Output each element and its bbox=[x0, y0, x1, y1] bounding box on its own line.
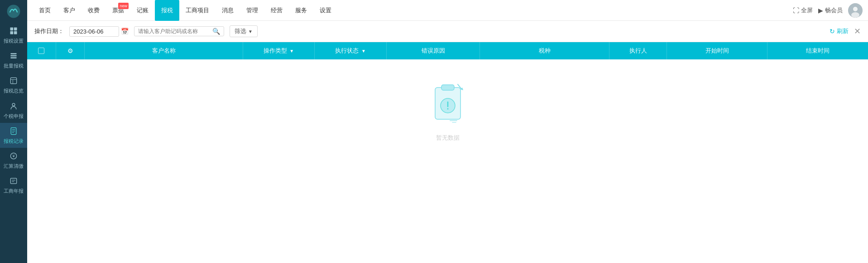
refresh-button[interactable]: ↻ 刷新 bbox=[830, 27, 849, 35]
svg-rect-8 bbox=[10, 78, 16, 84]
page-content: 操作日期： 📅 🔍 筛选 ▼ ↻ 刷新 bbox=[27, 21, 868, 263]
search-input[interactable] bbox=[138, 28, 211, 34]
svg-text:¥: ¥ bbox=[12, 154, 15, 158]
member-button[interactable]: ▶ 畅会员 bbox=[818, 6, 843, 15]
fullscreen-icon: ⛶ bbox=[793, 7, 799, 14]
optype-filter-icon[interactable]: ▼ bbox=[289, 49, 294, 54]
sidebar-item-batch-tax-label: 批量报税 bbox=[4, 63, 24, 69]
topnav-item-settings[interactable]: 设置 bbox=[313, 0, 338, 21]
th-customer-name: 客户名称 bbox=[85, 42, 243, 59]
content: 操作日期： 📅 🔍 筛选 ▼ ↻ 刷新 bbox=[27, 21, 868, 263]
topnav-item-customer[interactable]: 客户 bbox=[57, 0, 82, 21]
fullscreen-button[interactable]: ⛶ 全屏 bbox=[793, 6, 813, 15]
empty-state: 暂无数据 bbox=[27, 59, 868, 151]
topnav-item-finance[interactable]: 经营 bbox=[264, 0, 289, 21]
svg-rect-3 bbox=[10, 31, 14, 34]
th-checkbox[interactable] bbox=[27, 42, 56, 59]
sidebar-item-settlement[interactable]: ¥ 汇算清缴 bbox=[0, 148, 27, 173]
toolbar-right: ↻ 刷新 ✕ bbox=[830, 27, 861, 35]
empty-text: 暂无数据 bbox=[436, 134, 460, 142]
table-header-row: ⚙ 客户名称 操作类型 ▼ 执行状态 ▼ bbox=[27, 42, 868, 59]
svg-rect-5 bbox=[10, 53, 16, 54]
sidebar-item-tax-records-label: 报税记录 bbox=[4, 138, 24, 144]
th-end-time: 结束时间 bbox=[767, 42, 868, 59]
svg-point-20 bbox=[853, 7, 858, 11]
filter-button[interactable]: 筛选 ▼ bbox=[230, 25, 258, 37]
svg-rect-4 bbox=[14, 31, 17, 34]
svg-rect-18 bbox=[10, 178, 16, 184]
svg-rect-7 bbox=[10, 58, 16, 58]
tax-overview-icon bbox=[9, 76, 18, 87]
refresh-label: 刷新 bbox=[837, 27, 849, 35]
chevron-down-icon: ▼ bbox=[248, 29, 253, 34]
svg-rect-1 bbox=[10, 28, 14, 31]
individual-tax-icon bbox=[9, 102, 18, 112]
th-error-reason: 错误原因 bbox=[387, 42, 480, 59]
topnav-item-invoice[interactable]: 票据 new bbox=[106, 0, 130, 21]
topnav-item-tax[interactable]: 报税 bbox=[155, 0, 179, 21]
settings-icon[interactable]: ⚙ bbox=[67, 47, 73, 54]
settlement-icon: ¥ bbox=[9, 151, 18, 162]
th-tax-type: 税种 bbox=[480, 42, 609, 59]
svg-rect-6 bbox=[10, 55, 16, 57]
sidebar-item-batch-tax[interactable]: 批量报税 bbox=[0, 48, 27, 73]
th-op-type: 操作类型 ▼ bbox=[243, 42, 315, 59]
sidebar-item-tax-overview[interactable]: 报税总览 bbox=[0, 73, 27, 97]
sidebar-item-individual-tax[interactable]: 个税申报 bbox=[0, 98, 27, 123]
svg-point-21 bbox=[851, 12, 859, 18]
user-avatar[interactable] bbox=[848, 3, 863, 18]
sidebar-item-tax-settings[interactable]: 报税设置 bbox=[0, 23, 27, 48]
refresh-icon: ↻ bbox=[830, 28, 835, 35]
data-table: ⚙ 客户名称 操作类型 ▼ 执行状态 ▼ bbox=[27, 42, 868, 59]
main-area: 首页 客户 收费 票据 new 记账 报税 工商项目 消息 管理 经营 服务 设… bbox=[27, 0, 868, 263]
topnav-item-messages[interactable]: 消息 bbox=[216, 0, 240, 21]
topnav-item-home[interactable]: 首页 bbox=[33, 0, 57, 21]
th-settings[interactable]: ⚙ bbox=[56, 42, 84, 59]
search-icon[interactable]: 🔍 bbox=[212, 28, 220, 35]
toolbar: 操作日期： 📅 🔍 筛选 ▼ ↻ 刷新 bbox=[27, 21, 868, 42]
batch-tax-icon bbox=[9, 51, 18, 62]
sidebar: 报税设置 批量报税 报税总览 个税申报 bbox=[0, 0, 27, 263]
select-all-checkbox[interactable] bbox=[38, 48, 44, 54]
search-wrap: 🔍 bbox=[134, 26, 224, 36]
sidebar-item-individual-tax-label: 个税申报 bbox=[4, 113, 24, 119]
sidebar-item-tax-settings-label: 报税设置 bbox=[4, 38, 24, 44]
topnav-item-services[interactable]: 服务 bbox=[289, 0, 313, 21]
annual-report-icon bbox=[9, 176, 18, 187]
date-input[interactable] bbox=[69, 26, 119, 37]
svg-rect-2 bbox=[14, 28, 17, 31]
close-button[interactable]: ✕ bbox=[854, 27, 861, 35]
member-icon: ▶ bbox=[818, 7, 823, 14]
topnav-item-management[interactable]: 管理 bbox=[240, 0, 264, 21]
sidebar-item-annual-report-label: 工商年报 bbox=[4, 188, 24, 194]
topnav-item-accounting[interactable]: 记账 bbox=[130, 0, 155, 21]
sidebar-item-tax-overview-label: 报税总览 bbox=[4, 88, 24, 94]
date-picker-wrap: 📅 bbox=[69, 26, 129, 37]
date-label: 操作日期： bbox=[34, 27, 64, 35]
topnav-item-business[interactable]: 工商项目 bbox=[179, 0, 216, 21]
sidebar-item-tax-records[interactable]: 报税记录 bbox=[0, 123, 27, 148]
th-status: 执行状态 ▼ bbox=[315, 42, 387, 59]
empty-illustration bbox=[425, 78, 470, 127]
sidebar-item-annual-report[interactable]: 工商年报 bbox=[0, 173, 27, 198]
table-wrap: ⚙ 客户名称 操作类型 ▼ 执行状态 ▼ bbox=[27, 42, 868, 263]
fullscreen-label: 全屏 bbox=[801, 6, 813, 15]
topnav: 首页 客户 收费 票据 new 记账 报税 工商项目 消息 管理 经营 服务 设… bbox=[27, 0, 868, 21]
new-badge: new bbox=[118, 3, 129, 9]
topnav-item-billing[interactable]: 收费 bbox=[82, 0, 106, 21]
svg-point-26 bbox=[447, 108, 448, 110]
status-filter-icon[interactable]: ▼ bbox=[361, 49, 366, 54]
filter-label: 筛选 bbox=[235, 27, 246, 35]
sidebar-item-settlement-label: 汇算清缴 bbox=[4, 163, 24, 169]
topnav-right: ⛶ 全屏 ▶ 畅会员 bbox=[793, 3, 863, 18]
topnav-items: 首页 客户 收费 票据 new 记账 报税 工商项目 消息 管理 经营 服务 设… bbox=[33, 0, 793, 21]
tax-records-icon bbox=[9, 127, 18, 137]
sidebar-logo bbox=[0, 0, 27, 23]
svg-point-11 bbox=[12, 103, 15, 106]
th-executor: 执行人 bbox=[609, 42, 667, 59]
svg-rect-23 bbox=[441, 85, 454, 90]
th-start-time: 开始时间 bbox=[667, 42, 767, 59]
member-label: 畅会员 bbox=[825, 6, 843, 15]
tax-settings-icon bbox=[9, 26, 18, 37]
calendar-icon[interactable]: 📅 bbox=[121, 28, 129, 35]
